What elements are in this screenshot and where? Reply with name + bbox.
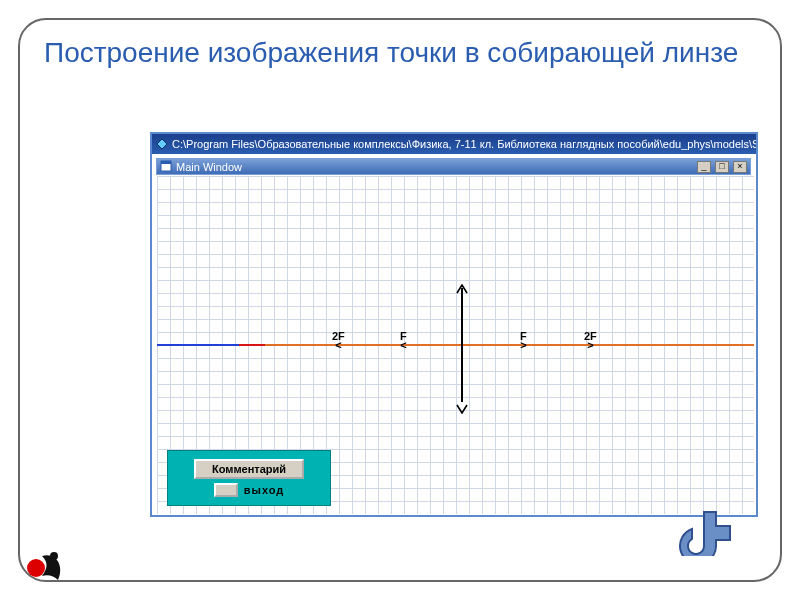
exit-label: выход (244, 484, 285, 496)
slide: Построение изображения точки в собирающе… (0, 0, 800, 600)
svg-point-3 (27, 559, 45, 577)
lens-canvas[interactable]: 2F < F < F > 2F > (157, 176, 754, 514)
app-titlebar-text: C:\Program Files\Образовательные комплек… (172, 138, 756, 150)
sub-window: Main Window _ □ × (156, 158, 751, 175)
app-icon (156, 138, 168, 150)
label-f-right: F > (520, 330, 527, 348)
exit-button[interactable] (214, 483, 238, 497)
app-titlebar: C:\Program Files\Образовательные комплек… (152, 134, 756, 154)
svg-marker-0 (157, 139, 167, 149)
close-button[interactable]: × (733, 161, 747, 173)
sub-window-icon (160, 160, 172, 174)
return-icon[interactable] (678, 504, 740, 556)
axis-segment-blue (157, 344, 239, 346)
svg-point-4 (50, 552, 58, 560)
app-window: C:\Program Files\Образовательные комплек… (150, 132, 758, 517)
lens-arrow-down-icon (456, 400, 468, 410)
exit-row: выход (214, 483, 285, 497)
label-2f-right: 2F > (584, 330, 597, 348)
axis-segment-red (239, 344, 265, 346)
slide-title: Построение изображения точки в собирающе… (44, 36, 756, 70)
lens-arrow-up-icon (456, 280, 468, 290)
sub-window-titlebar: Main Window _ □ × (156, 158, 751, 175)
minimize-button[interactable]: _ (697, 161, 711, 173)
sub-window-title: Main Window (176, 161, 242, 173)
slide-frame: Построение изображения точки в собирающе… (18, 18, 782, 582)
control-panel: Комментарий выход (167, 450, 331, 506)
label-2f-left: 2F < (332, 330, 345, 348)
maximize-button[interactable]: □ (715, 161, 729, 173)
comment-button[interactable]: Комментарий (194, 459, 304, 479)
logo-icon (24, 546, 68, 590)
svg-rect-2 (161, 161, 171, 164)
label-f-left: F < (400, 330, 407, 348)
lens-line[interactable] (461, 288, 463, 402)
